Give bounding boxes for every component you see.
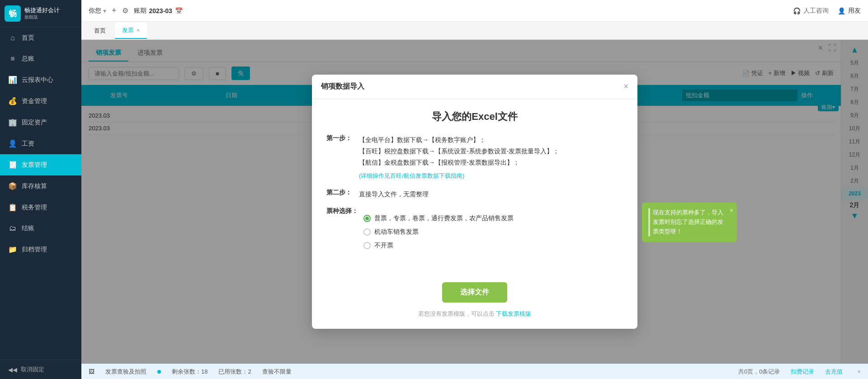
go-recharge-link[interactable]: 去充值 [825,368,843,376]
content-area: 销项发票 进项发票 ⚙ ■ 兔 📄 凭证 [81,40,868,364]
topbar: 你您 ▾ + ⚙ 账期 2023-03 📅 🎧 人工咨询 👤 用友 [81,0,868,22]
modal-body: 导入您的Excel文件 第一步： 【全电平台】数据下载→【税务数字账户】； 【百… [312,99,637,275]
ticket-motor-label: 机动车销售发票 [374,228,419,236]
template-hint: 若您没有发票模版，可以点击 下载发票模版 [326,310,623,318]
step1-link[interactable]: (详细操作见百旺/航信发票数据下载指南) [359,172,464,179]
step1-line-1: 【全电平台】数据下载→【税务数字账户】； [359,134,559,146]
tab-invoice-label: 发票 [122,26,134,34]
payroll-icon: 👤 [8,139,17,148]
scan-icon: 🖼 [89,368,94,375]
sidebar: 畅 畅捷通好会计 旗舰版 ⌂ 首页 ≡ 总账 📊 云报表中心 💰 资金管理 [0,0,81,379]
consult-button[interactable]: 🎧 人工咨询 [793,7,829,15]
sidebar-item-label: 发票管理 [22,161,47,169]
modal-close-button[interactable]: × [623,82,628,91]
ticket-option-normal[interactable]: 普票，专票，卷票，通行费发票，农产品销售发票 [363,214,514,223]
page-info: 共0页，0条记录 [738,368,780,376]
sidebar-item-ledger[interactable]: ≡ 总账 [0,48,81,69]
modal-overlay: 销项数据导入 × 导入您的Excel文件 第一步： 【全电平台】数据下载→【税务… [81,40,868,364]
step2-label: 第二步： [326,189,354,197]
ticket-normal-label: 普票，专票，卷票，通行费发票，农产品销售发票 [374,214,514,223]
radio-none[interactable] [363,242,371,249]
sidebar-cancel-pin[interactable]: ◀◀ 取消固定 [0,360,81,379]
sidebar-item-reports[interactable]: 📊 云报表中心 [0,69,81,90]
step1-content: 【全电平台】数据下载→【税务数字账户】； 【百旺】税控盘数据下载→【系统设置-系… [359,134,559,182]
step2-row: 第二步： 直接导入文件，无需整理 [326,189,623,200]
bottom-close-button[interactable]: × [857,368,861,375]
sidebar-item-label: 总账 [22,55,34,63]
modal-header: 销项数据导入 × [312,75,637,99]
modal-footer: 选择文件 若您没有发票模版，可以点击 下载发票模版 [312,275,637,329]
radio-normal[interactable] [363,215,371,222]
sidebar-item-home[interactable]: ⌂ 首页 [0,28,81,48]
used-count: 已用张数：2 [218,368,251,376]
ticket-option-none[interactable]: 不开票 [363,242,514,250]
ticket-option-motor[interactable]: 机动车销售发票 [363,228,514,236]
sidebar-menu: ⌂ 首页 ≡ 总账 📊 云报表中心 💰 资金管理 🏢 固定资产 👤 工资 [0,28,81,360]
period-label: 账期 [134,7,146,15]
sidebar-item-tax[interactable]: 📋 税务管理 [0,197,81,218]
settle-icon: 🗂 [8,224,17,232]
tooltip-accent-bar [648,208,650,236]
company-selector[interactable]: 你您 ▾ [89,7,106,15]
sidebar-item-label: 固定资产 [22,118,47,127]
inventory-icon: 📦 [8,182,17,190]
logo-badge: 旗舰版 [24,14,60,20]
cancel-pin-icon: ◀◀ [8,366,17,373]
sidebar-item-invoice[interactable]: 🧾 发票管理 [0,154,81,175]
step2-content: 直接导入文件，无需整理 [359,189,429,200]
sidebar-item-payroll[interactable]: 👤 工资 [0,133,81,154]
check-unlimited: 查验不限量 [262,368,292,376]
chevron-down-icon: ▾ [103,7,106,14]
sidebar-item-label: 云报表中心 [22,76,53,84]
pagination: 共0页，0条记录 [738,368,780,376]
topbar-right: 🎧 人工咨询 👤 用友 [793,7,861,15]
sidebar-item-archive[interactable]: 📁 归档管理 [0,239,81,260]
step1-row: 第一步： 【全电平台】数据下载→【税务数字账户】； 【百旺】税控盘数据下载→【系… [326,134,623,182]
tab-close-icon[interactable]: × [137,27,140,33]
tab-home-label: 首页 [94,27,106,35]
settings-icon[interactable]: ⚙ [122,6,128,15]
tooltip-bubble: × 现在支持的票种多了，导入发票时别忘了选择正确的发票类型呀！ [642,203,737,242]
remaining-count: 剩余张数：18 [172,368,208,376]
recharge-record-link[interactable]: 扣费记录 [791,368,814,376]
archive-icon: 📁 [8,245,17,254]
period-value: 2023-03 [149,7,172,14]
tabbar: 首页 发票 × [81,22,868,40]
user-menu[interactable]: 👤 用友 [838,7,861,15]
sidebar-item-inventory[interactable]: 📦 库存核算 [0,175,81,197]
sidebar-item-funds[interactable]: 💰 资金管理 [0,90,81,112]
ticket-options: 普票，专票，卷票，通行费发票，农产品销售发票 机动车销售发票 不开票 [363,214,514,250]
reports-icon: 📊 [8,76,17,84]
sidebar-item-label: 结账 [22,224,34,232]
sidebar-item-settle[interactable]: 🗂 结账 [0,218,81,239]
bottom-bar: 🖼 发票查验及拍照 剩余张数：18 已用张数：2 查验不限量 共0页，0条记录 … [81,364,868,379]
radio-motor[interactable] [363,228,371,236]
tax-icon: 📋 [8,203,17,212]
cancel-pin-label: 取消固定 [21,365,44,374]
tooltip-close-button[interactable]: × [730,205,733,215]
tooltip-text: 现在支持的票种多了，导入发票时别忘了选择正确的发票类型呀！ [653,208,724,236]
headphone-icon: 🎧 [793,7,801,14]
add-tab-button[interactable]: + [112,6,117,15]
user-icon: 👤 [838,7,845,14]
company-name: 你您 [89,7,101,15]
funds-icon: 💰 [8,97,17,105]
sidebar-item-label: 首页 [22,34,34,42]
ticket-label: 票种选择： [326,207,358,215]
calendar-icon[interactable]: 📅 [175,7,183,14]
template-download-link[interactable]: 下载发票模版 [496,310,531,317]
dot-badge [157,370,161,374]
sidebar-item-assets[interactable]: 🏢 固定资产 [0,112,81,133]
select-file-button[interactable]: 选择文件 [442,282,507,303]
ticket-none-label: 不开票 [374,242,393,250]
sidebar-item-label: 税务管理 [22,204,47,212]
logo-icon: 畅 [5,5,21,22]
tab-invoice[interactable]: 发票 × [115,23,147,39]
step1-label: 第一步： [326,134,354,142]
home-icon: ⌂ [8,34,17,42]
radio-dot-normal [365,217,369,220]
sidebar-item-label: 工资 [22,140,34,148]
step1-line-3: 【航信】金税盘数据下载→【报税管理-发票数据导出】； [359,157,559,168]
sidebar-item-label: 资金管理 [22,97,47,105]
tab-home[interactable]: 首页 [87,23,113,38]
